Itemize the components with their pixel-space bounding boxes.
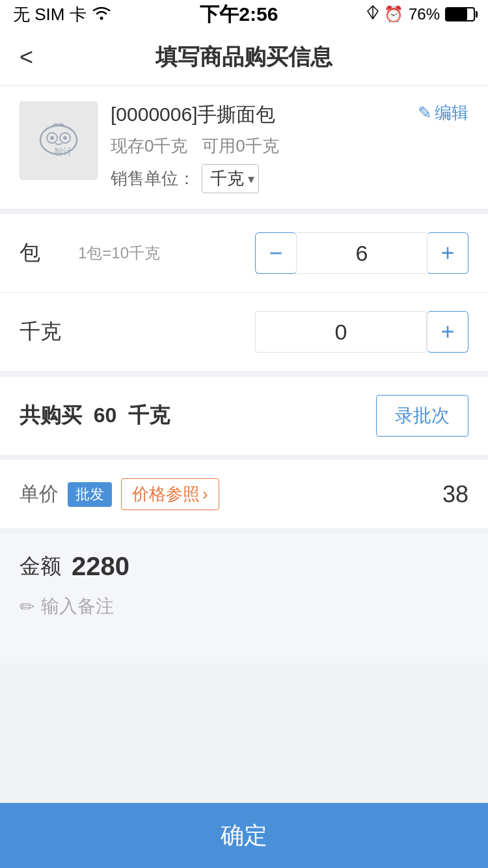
product-stock: 现存0千克 可用0千克 xyxy=(111,135,468,157)
pack-qty-controls: − 6 + xyxy=(255,232,468,274)
amount-section: 金额 2280 ✏ 输入备注 xyxy=(0,534,488,664)
total-text: 共购买 60 千克 xyxy=(20,401,170,430)
product-unit-row: 销售单位： 千克 xyxy=(111,164,468,193)
status-left: 无 SIM 卡 xyxy=(13,3,111,26)
unit-dropdown[interactable]: 千克 xyxy=(202,164,259,193)
batch-button[interactable]: 录批次 xyxy=(376,395,468,437)
svg-text:智计: 智计 xyxy=(54,146,72,156)
edit-button[interactable]: ✎ 编辑 xyxy=(418,102,468,124)
pack-qty-input[interactable]: 6 xyxy=(297,232,427,274)
product-image: 智计 xyxy=(20,102,98,180)
nav-bar: < 填写商品购买信息 xyxy=(0,29,488,86)
status-time: 下午2:56 xyxy=(200,1,278,28)
status-bar: 无 SIM 卡 下午2:56 ⏰ 76% xyxy=(0,0,488,29)
pack-label: 包 xyxy=(20,239,72,267)
carrier-label: 无 SIM 卡 xyxy=(13,3,87,26)
price-section: 单价 批发 价格参照 › 38 xyxy=(0,460,488,534)
edit-icon: ✎ xyxy=(418,103,432,123)
alarm-icon: ⏰ xyxy=(384,5,403,23)
product-info: [0000006]手撕面包 ✎ 编辑 现存0千克 可用0千克 销售单位： 千克 xyxy=(111,102,468,193)
kg-qty-row: 千克 0 + xyxy=(0,293,488,372)
kg-increment-button[interactable]: + xyxy=(427,311,468,353)
remark-row[interactable]: ✏ 输入备注 xyxy=(20,594,468,619)
battery-percent: 76% xyxy=(409,5,440,23)
amount-value: 2280 xyxy=(72,552,129,581)
product-card: 智计 [0000006]手撕面包 ✎ 编辑 现存0千克 可用0千克 销售单位： … xyxy=(0,86,488,214)
kg-qty-input[interactable]: 0 xyxy=(255,311,427,353)
pencil-icon: ✏ xyxy=(20,596,34,617)
kg-qty-controls: 0 + xyxy=(255,311,468,353)
pack-decrement-button[interactable]: − xyxy=(255,232,297,274)
wifi-icon xyxy=(92,5,111,25)
product-logo-icon: 智计 xyxy=(36,117,81,164)
quantity-section: 包 1包=10千克 − 6 + 千克 0 + xyxy=(0,214,488,372)
price-value: 38 xyxy=(442,481,468,508)
amount-row: 金额 2280 xyxy=(20,552,468,581)
back-button[interactable]: < xyxy=(20,37,40,77)
price-tag: 批发 xyxy=(68,482,112,507)
pack-qty-row: 包 1包=10千克 − 6 + xyxy=(0,214,488,293)
svg-point-0 xyxy=(100,16,103,20)
confirm-button[interactable]: 确定 xyxy=(0,803,488,868)
svg-point-4 xyxy=(50,136,54,140)
svg-point-5 xyxy=(63,136,67,140)
status-right: ⏰ 76% xyxy=(367,5,475,23)
chevron-right-icon: › xyxy=(202,484,208,504)
remark-placeholder: 输入备注 xyxy=(41,594,114,619)
amount-label: 金额 xyxy=(20,552,61,581)
page-title: 填写商品购买信息 xyxy=(156,42,332,72)
price-ref-button[interactable]: 价格参照 › xyxy=(121,478,219,510)
pack-conversion: 1包=10千克 xyxy=(78,243,255,264)
product-name: [0000006]手撕面包 xyxy=(111,102,275,128)
kg-label: 千克 xyxy=(20,318,72,346)
price-row: 单价 批发 价格参照 › 38 xyxy=(20,478,468,510)
price-label: 单价 xyxy=(20,481,59,508)
gps-icon xyxy=(367,5,379,23)
battery-icon xyxy=(445,7,475,21)
pack-increment-button[interactable]: + xyxy=(427,232,468,274)
total-row: 共购买 60 千克 录批次 xyxy=(0,372,488,460)
